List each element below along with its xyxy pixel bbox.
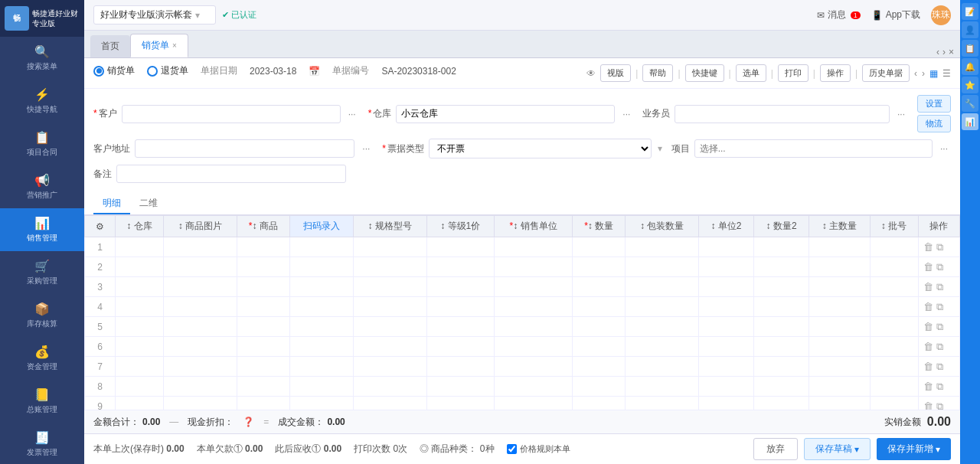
operate-button[interactable]: 操作 — [820, 64, 851, 82]
table-cell[interactable] — [754, 337, 809, 357]
copy-row-icon[interactable]: ⧉ — [936, 400, 943, 410]
table-cell[interactable] — [870, 297, 918, 317]
project-more-icon[interactable]: ··· — [937, 143, 951, 154]
table-cell[interactable] — [870, 237, 918, 257]
right-icon-1[interactable]: 📝 — [962, 3, 978, 20]
table-cell[interactable] — [698, 317, 753, 337]
delete-row-icon[interactable]: 🗑 — [923, 381, 933, 392]
table-cell[interactable] — [353, 257, 426, 277]
table-cell[interactable] — [495, 377, 573, 397]
table-cell[interactable] — [698, 337, 753, 357]
table-cell[interactable] — [164, 357, 237, 377]
right-icon-2[interactable]: 👤 — [962, 21, 978, 38]
shortcut-button[interactable]: 快捷键 — [685, 64, 724, 82]
table-cell[interactable] — [164, 277, 237, 297]
table-cell[interactable] — [754, 297, 809, 317]
table-cell[interactable] — [290, 237, 354, 257]
table-cell[interactable] — [572, 397, 625, 410]
table-cell[interactable] — [237, 397, 289, 410]
table-cell[interactable] — [495, 397, 573, 410]
message-button[interactable]: ✉ 消息 1 — [817, 8, 861, 21]
table-cell[interactable] — [809, 297, 870, 317]
table-cell[interactable] — [626, 377, 699, 397]
table-cell[interactable] — [870, 357, 918, 377]
invoice-dropdown-icon[interactable]: ▾ — [658, 143, 662, 154]
warehouse-more-icon[interactable]: ··· — [619, 109, 633, 119]
table-cell[interactable] — [290, 317, 354, 337]
address-more-icon[interactable]: ··· — [359, 143, 373, 154]
table-cell[interactable] — [353, 397, 426, 410]
table-cell[interactable] — [809, 377, 870, 397]
customer-input[interactable] — [122, 105, 341, 123]
invoice-select-wrapper[interactable]: 不开票 — [429, 139, 652, 158]
table-cell[interactable] — [164, 297, 237, 317]
table-cell[interactable] — [809, 317, 870, 337]
delete-row-icon[interactable]: 🗑 — [923, 400, 933, 410]
table-cell[interactable] — [754, 237, 809, 257]
discard-button[interactable]: 放弃 — [753, 438, 798, 460]
right-icon-7[interactable]: 📊 — [962, 113, 978, 130]
table-cell[interactable] — [353, 317, 426, 337]
table-cell[interactable] — [572, 377, 625, 397]
table-cell[interactable] — [809, 237, 870, 257]
table-cell[interactable] — [290, 397, 354, 410]
table-cell[interactable] — [626, 397, 699, 410]
help-button[interactable]: 帮助 — [642, 64, 673, 82]
history-nav-next[interactable]: › — [922, 68, 925, 79]
table-cell[interactable] — [754, 357, 809, 377]
save-draft-button[interactable]: 保存草稿 ▾ — [804, 438, 871, 460]
table-cell[interactable] — [754, 277, 809, 297]
price-standard-check[interactable] — [507, 444, 517, 454]
table-cell[interactable] — [164, 317, 237, 337]
sidebar-item-project[interactable]: 📋 项目合同 — [0, 123, 84, 165]
table-cell[interactable] — [809, 337, 870, 357]
save-draft-dropdown-icon[interactable]: ▾ — [854, 444, 859, 455]
table-cell[interactable] — [164, 257, 237, 277]
table-cell[interactable] — [116, 397, 164, 410]
grid-view-icon[interactable]: ▦ — [929, 68, 938, 79]
table-cell[interactable] — [572, 337, 625, 357]
warehouse-input[interactable]: 小云仓库 — [396, 105, 615, 123]
tab-home[interactable]: 首页 — [90, 35, 130, 57]
setup-button[interactable]: 设置 — [917, 95, 951, 113]
table-cell[interactable] — [698, 277, 753, 297]
subtab-detail[interactable]: 明细 — [93, 194, 130, 214]
copy-row-icon[interactable]: ⧉ — [936, 261, 943, 273]
table-cell[interactable] — [116, 357, 164, 377]
table-cell[interactable] — [353, 237, 426, 257]
save-new-button[interactable]: 保存并新增 ▾ — [877, 438, 951, 460]
table-cell[interactable] — [626, 297, 699, 317]
table-cell[interactable] — [426, 317, 494, 337]
table-cell[interactable] — [495, 317, 573, 337]
table-cell[interactable] — [353, 357, 426, 377]
table-cell[interactable] — [353, 377, 426, 397]
table-cell[interactable] — [237, 277, 289, 297]
print-button[interactable]: 打印 — [778, 64, 808, 82]
list-view-icon[interactable]: ☰ — [942, 68, 951, 79]
table-cell[interactable] — [809, 277, 870, 297]
copy-row-icon[interactable]: ⧉ — [936, 281, 943, 293]
delete-row-icon[interactable]: 🗑 — [923, 301, 933, 312]
history-button[interactable]: 历史单据 — [862, 64, 910, 82]
table-cell[interactable] — [290, 377, 354, 397]
table-cell[interactable] — [426, 337, 494, 357]
tab-sales-order[interactable]: 销货单 × — [130, 34, 188, 57]
table-cell[interactable] — [626, 257, 699, 277]
table-cell[interactable] — [426, 377, 494, 397]
help-icon[interactable]: ❓ — [243, 417, 254, 427]
table-cell[interactable] — [495, 237, 573, 257]
sidebar-item-purchase[interactable]: 🛒 采购管理 — [0, 251, 84, 294]
right-icon-3[interactable]: 📋 — [962, 40, 978, 57]
radio-sale[interactable]: 销货单 — [93, 64, 135, 77]
table-cell[interactable] — [237, 337, 289, 357]
table-cell[interactable] — [572, 237, 625, 257]
table-cell[interactable] — [626, 277, 699, 297]
user-avatar[interactable]: 珠珠 — [931, 5, 951, 25]
right-icon-5[interactable]: ⭐ — [962, 77, 978, 93]
project-input[interactable] — [694, 139, 933, 158]
table-cell[interactable] — [116, 297, 164, 317]
table-cell[interactable] — [870, 377, 918, 397]
customer-more-icon[interactable]: ··· — [345, 109, 359, 119]
sidebar-item-quicknav[interactable]: ⚡ 快捷导航 — [0, 80, 84, 123]
calendar-icon[interactable]: 📅 — [309, 66, 320, 77]
